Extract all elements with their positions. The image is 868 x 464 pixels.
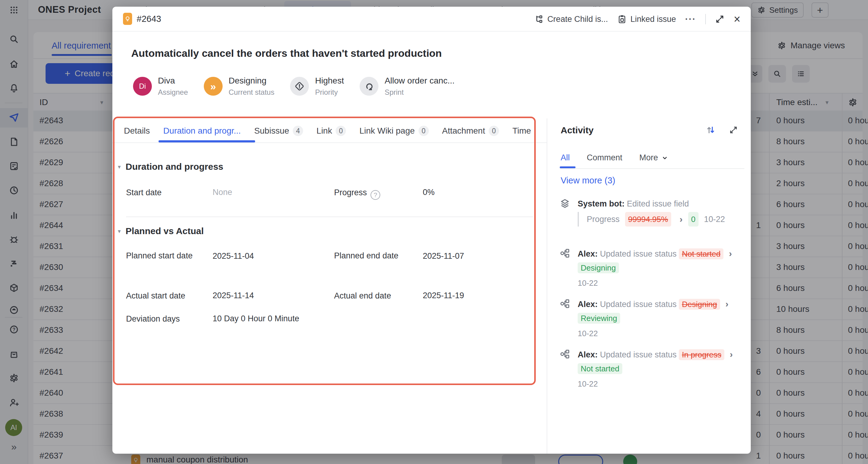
- assignee-field[interactable]: Di DivaAssignee: [133, 76, 188, 97]
- tab-duration-progress[interactable]: Duration and progr...: [163, 126, 241, 136]
- activity-item: Alex: Updated issue status Not started ›…: [559, 247, 742, 289]
- old-status-chip: In progress: [679, 349, 724, 360]
- progress-label: Progress?: [334, 186, 380, 200]
- progress-value[interactable]: 0%: [423, 188, 435, 197]
- old-status-chip: Not started: [679, 248, 723, 259]
- chevron-down-icon: [661, 154, 669, 161]
- modal-header: #2643 Create Child is... Linked issue ··…: [112, 7, 751, 32]
- link-count: 0: [336, 126, 346, 136]
- screen: ONES Project Project Summary Issues Spri…: [0, 0, 868, 464]
- status-icon: »: [204, 77, 223, 96]
- new-status-chip: Designing: [578, 262, 619, 273]
- expand-modal-icon[interactable]: [715, 14, 725, 24]
- deviation-label: Deviation days: [126, 312, 180, 326]
- section-planned-vs-actual: ▾ Planned vs Actual: [118, 226, 204, 236]
- tab-link-wiki[interactable]: Link Wiki page0: [359, 126, 429, 136]
- activity-date: 10-22: [578, 377, 733, 390]
- tabs-border: [112, 143, 547, 143]
- issue-title[interactable]: Automatically cancel the orders that hav…: [131, 48, 442, 59]
- planned-end-value[interactable]: 2025-11-07: [423, 251, 464, 261]
- activity-tabs: All Comment More: [561, 153, 669, 162]
- activity-tab-comment[interactable]: Comment: [587, 153, 622, 162]
- old-status-chip: Designing: [679, 299, 720, 310]
- activity-tab-all[interactable]: All: [561, 153, 570, 162]
- workflow-icon: [559, 247, 571, 289]
- old-value-chip: 99994.95%: [625, 212, 671, 226]
- help-question-icon[interactable]: ?: [371, 190, 380, 200]
- planned-end-label: Planned end date: [334, 249, 399, 262]
- wiki-count: 0: [418, 126, 429, 136]
- expand-activity-icon[interactable]: [729, 125, 738, 134]
- priority-diamond-icon: [290, 77, 309, 96]
- actual-start-value[interactable]: 2025-11-14: [213, 291, 254, 300]
- tab-link[interactable]: Link0: [316, 126, 346, 136]
- issue-field-chips: Di DivaAssignee » DesigningCurrent statu…: [133, 76, 455, 97]
- collapse-triangle-icon[interactable]: ▾: [118, 163, 121, 171]
- issue-id: #2643: [137, 14, 161, 24]
- active-tab-underline: [158, 140, 255, 143]
- linked-issue-icon: [617, 14, 627, 24]
- assignee-avatar: Di: [133, 77, 152, 96]
- linked-issue-button[interactable]: Linked issue: [617, 14, 676, 24]
- activity-tab-more[interactable]: More: [639, 153, 669, 162]
- new-value-chip: 0: [688, 212, 699, 226]
- activity-panel: Activity All Comment More View more (3): [547, 118, 751, 454]
- activity-date: 10-22: [578, 277, 732, 289]
- workflow-icon: [559, 298, 571, 340]
- new-status-chip: Not started: [578, 363, 622, 374]
- activity-item: Alex: Updated issue status Designing › R…: [559, 298, 742, 340]
- planned-start-label: Planned start date: [126, 249, 196, 262]
- workflow-icon: [559, 348, 571, 390]
- chevron-right-icon[interactable]: ›: [730, 349, 733, 359]
- start-date-label: Start date: [126, 186, 162, 199]
- activity-tabs-border: [560, 168, 744, 169]
- section-duration-progress: ▾ Duration and progress: [118, 161, 223, 172]
- actual-start-label: Actual start date: [126, 289, 185, 303]
- activity-date: 10-22: [578, 327, 728, 340]
- close-icon[interactable]: ×: [734, 13, 740, 25]
- child-issue-tree-icon: [534, 14, 544, 24]
- priority-field[interactable]: HighestPriority: [290, 76, 344, 97]
- activity-item: Alex: Updated issue status In progress ›…: [559, 348, 742, 390]
- section-divider: [126, 217, 533, 217]
- attachment-count: 0: [489, 126, 499, 136]
- start-date-value[interactable]: None: [213, 188, 232, 197]
- sprint-field[interactable]: Allow order canc...Sprint: [360, 76, 454, 97]
- new-status-chip: Reviewing: [578, 313, 620, 324]
- sort-order-icon[interactable]: [706, 125, 716, 135]
- more-actions-button[interactable]: ···: [685, 14, 696, 24]
- tab-details[interactable]: Details: [124, 126, 150, 136]
- tab-time[interactable]: Time: [513, 126, 531, 136]
- view-more-link[interactable]: View more (3): [561, 176, 615, 186]
- subissue-count: 4: [293, 126, 303, 136]
- issue-type-icon: [123, 13, 132, 25]
- activity-heading: Activity: [561, 125, 593, 135]
- header-divider: [705, 14, 706, 24]
- issue-modal: #2643 Create Child is... Linked issue ··…: [112, 7, 751, 454]
- planned-start-value[interactable]: 2025-11-04: [213, 251, 254, 261]
- sprint-loop-icon: [360, 77, 378, 96]
- actual-end-label: Actual end date: [334, 289, 391, 303]
- tab-subissue[interactable]: Subissue4: [254, 126, 303, 136]
- activity-item: System bot: Edited issue field Progress …: [559, 197, 742, 226]
- actual-end-value[interactable]: 2025-11-19: [423, 291, 464, 300]
- collapse-triangle-icon[interactable]: ▾: [118, 228, 121, 235]
- layers-icon: [559, 197, 571, 226]
- chevron-right-icon[interactable]: ›: [729, 248, 732, 258]
- chevron-right-icon[interactable]: ›: [725, 299, 728, 309]
- status-field[interactable]: » DesigningCurrent status: [204, 76, 275, 97]
- deviation-value: 10 Day 0 Hour 0 Minute: [213, 314, 299, 323]
- tab-attachment[interactable]: Attachment0: [442, 126, 499, 136]
- chevron-right-icon: ›: [680, 213, 683, 226]
- create-child-issue-button[interactable]: Create Child is...: [534, 14, 608, 24]
